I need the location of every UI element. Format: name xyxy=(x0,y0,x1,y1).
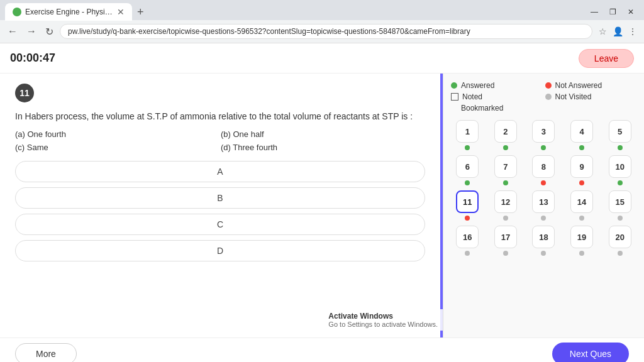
question-cell-dot-8 xyxy=(541,180,546,185)
question-cell-dot-2 xyxy=(503,145,508,150)
timer-display: 00:00:47 xyxy=(10,52,55,65)
answered-label: Answered xyxy=(461,81,494,90)
question-cell-number-16: 16 xyxy=(456,226,479,248)
question-cell-9[interactable]: 9 xyxy=(565,155,599,185)
question-cell-dot-4 xyxy=(579,145,584,150)
legend-noted: Noted xyxy=(451,92,543,101)
question-cell-10[interactable]: 10 xyxy=(603,155,636,185)
menu-icon[interactable]: ⋮ xyxy=(626,25,639,38)
question-cell-dot-7 xyxy=(503,180,508,185)
profile-icon[interactable]: 👤 xyxy=(611,25,624,38)
not-visited-dot xyxy=(545,94,552,100)
legend-not-answered: Not Answered xyxy=(545,81,637,90)
question-cell-13[interactable]: 13 xyxy=(527,190,560,221)
new-tab-button[interactable]: + xyxy=(132,6,149,19)
options-grid: (a) One fourth (b) One half (c) Same (d)… xyxy=(15,128,425,153)
question-cell-number-2: 2 xyxy=(494,120,517,143)
question-number: 11 xyxy=(15,84,34,102)
back-button[interactable]: ← xyxy=(5,25,20,38)
reload-button[interactable]: ↻ xyxy=(43,25,56,39)
option-d: (d) Three fourth xyxy=(221,141,425,153)
tab-favicon xyxy=(13,8,21,16)
question-cell-dot-18 xyxy=(541,251,546,256)
legend-not-visited: Not Visited xyxy=(545,92,637,101)
question-cell-15[interactable]: 15 xyxy=(603,190,636,221)
question-cell-dot-13 xyxy=(541,216,546,221)
question-cell-1[interactable]: 1 xyxy=(451,120,484,150)
question-cell-dot-6 xyxy=(465,180,470,185)
active-tab[interactable]: Exercise Engine - Physics Wallah ✕ xyxy=(5,3,132,21)
question-text: In Habers process, the volume at S.T.P o… xyxy=(15,110,425,123)
question-cell-11[interactable]: 11 xyxy=(451,190,484,221)
question-cell-dot-9 xyxy=(579,180,584,185)
question-cell-number-6: 6 xyxy=(456,155,479,178)
answer-option-d[interactable]: D xyxy=(15,240,425,261)
legend-bookmarked: Bookmarked xyxy=(451,104,543,112)
question-cell-dot-15 xyxy=(618,216,623,221)
not-visited-label: Not Visited xyxy=(555,92,592,101)
not-answered-dot xyxy=(545,82,552,89)
legend-answered: Answered xyxy=(451,81,543,90)
question-cell-3[interactable]: 3 xyxy=(527,120,560,150)
question-cell-12[interactable]: 12 xyxy=(489,190,523,221)
answer-option-a[interactable]: A xyxy=(15,161,425,182)
not-answered-label: Not Answered xyxy=(555,81,602,90)
question-cell-dot-1 xyxy=(465,145,470,150)
question-cell-number-17: 17 xyxy=(494,226,517,248)
main-content: 11 In Habers process, the volume at S.T.… xyxy=(0,74,644,337)
question-cell-7[interactable]: 7 xyxy=(489,155,523,185)
leave-button[interactable]: Leave xyxy=(579,49,634,68)
question-cell-number-19: 19 xyxy=(570,226,593,248)
question-cell-number-13: 13 xyxy=(532,190,555,213)
question-cell-18[interactable]: 18 xyxy=(527,226,560,256)
forward-button[interactable]: → xyxy=(24,25,39,38)
tab-close-button[interactable]: ✕ xyxy=(117,7,125,17)
question-cell-number-3: 3 xyxy=(532,120,555,143)
question-cell-number-7: 7 xyxy=(494,155,517,178)
question-cell-dot-12 xyxy=(503,216,508,221)
question-cell-6[interactable]: 6 xyxy=(451,155,484,185)
answer-option-b[interactable]: B xyxy=(15,187,425,209)
question-cell-number-20: 20 xyxy=(609,226,631,248)
question-cell-dot-5 xyxy=(618,145,623,150)
next-question-button[interactable]: Next Ques xyxy=(552,343,629,363)
question-cell-14[interactable]: 14 xyxy=(565,190,599,221)
question-cell-number-5: 5 xyxy=(609,120,631,143)
noted-icon xyxy=(451,93,458,101)
more-button[interactable]: More xyxy=(15,343,77,363)
maximize-button[interactable]: ❐ xyxy=(604,6,621,18)
question-cell-dot-10 xyxy=(618,180,623,185)
option-b: (b) One half xyxy=(221,128,425,140)
address-bar: ← → ↻ ☆ 👤 ⋮ xyxy=(0,20,644,43)
question-cell-16[interactable]: 16 xyxy=(451,226,484,256)
address-bar-icons: ☆ 👤 ⋮ xyxy=(596,25,639,38)
question-cell-19[interactable]: 19 xyxy=(565,226,599,256)
question-cell-5[interactable]: 5 xyxy=(603,120,636,150)
question-cell-number-10: 10 xyxy=(609,155,631,178)
question-cell-2[interactable]: 2 xyxy=(489,120,523,150)
question-cell-20[interactable]: 20 xyxy=(603,226,636,256)
option-a: (a) One fourth xyxy=(15,128,219,140)
minimize-button[interactable]: — xyxy=(586,6,603,18)
question-cell-8[interactable]: 8 xyxy=(527,155,560,185)
question-grid: 1234567891011121314151617181920 xyxy=(451,120,636,256)
close-window-button[interactable]: ✕ xyxy=(623,6,639,18)
question-cell-dot-14 xyxy=(579,216,584,221)
bookmarked-label: Bookmarked xyxy=(461,104,503,112)
question-cell-dot-16 xyxy=(465,251,470,256)
browser-chrome: Exercise Engine - Physics Wallah ✕ + — ❐… xyxy=(0,0,644,43)
question-panel: 11 In Habers process, the volume at S.T.… xyxy=(0,74,440,337)
question-cell-number-18: 18 xyxy=(532,226,555,248)
url-input[interactable] xyxy=(60,24,592,39)
question-cell-dot-17 xyxy=(503,251,508,256)
question-cell-number-9: 9 xyxy=(570,155,593,178)
question-cell-dot-3 xyxy=(541,145,546,150)
question-nav-panel: Answered Not Answered Noted Not Visited … xyxy=(443,74,644,337)
question-cell-17[interactable]: 17 xyxy=(489,226,523,256)
question-cell-dot-19 xyxy=(579,251,584,256)
bookmark-icon[interactable]: ☆ xyxy=(596,25,609,38)
answer-option-c[interactable]: C xyxy=(15,214,425,235)
app-header: 00:00:47 Leave xyxy=(0,43,644,74)
question-cell-4[interactable]: 4 xyxy=(565,120,599,150)
tab-title: Exercise Engine - Physics Wallah xyxy=(25,8,113,16)
